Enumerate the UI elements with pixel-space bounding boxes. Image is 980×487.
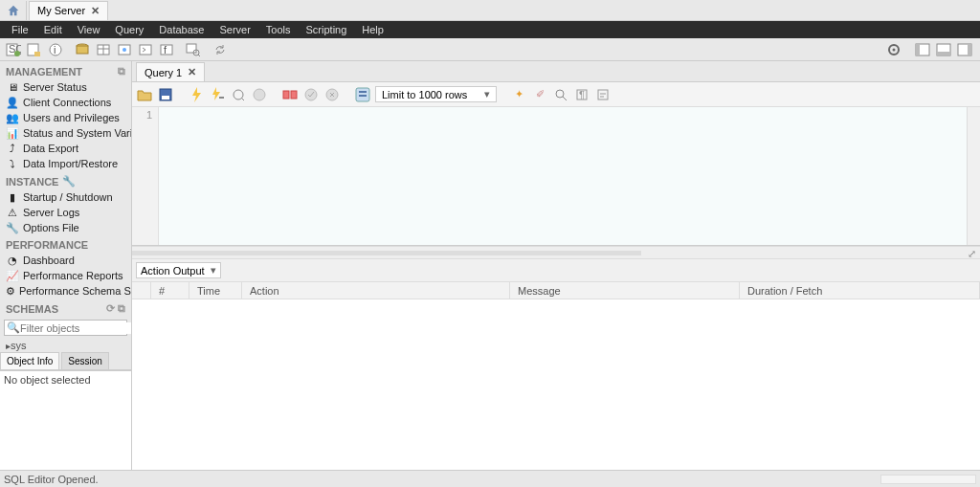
sidebar-item-dashboard[interactable]: ◔Dashboard bbox=[0, 253, 131, 268]
menu-server[interactable]: Server bbox=[212, 24, 257, 35]
query-tab[interactable]: Query 1 ✕ bbox=[136, 62, 205, 81]
rollback-button[interactable] bbox=[323, 86, 341, 103]
search-icon bbox=[554, 88, 568, 101]
search-table-icon bbox=[186, 42, 201, 57]
create-schema-button[interactable] bbox=[73, 41, 92, 58]
col-time[interactable]: Time bbox=[189, 282, 242, 299]
svg-rect-22 bbox=[916, 44, 920, 55]
svg-rect-26 bbox=[968, 44, 971, 55]
menu-view[interactable]: View bbox=[70, 24, 108, 35]
menu-database[interactable]: Database bbox=[151, 24, 212, 35]
sidebar-item-perf-reports[interactable]: 📈Performance Reports bbox=[0, 268, 131, 283]
schema-filter: 🔍 bbox=[4, 320, 127, 336]
connection-tab[interactable]: My Server ✕ bbox=[29, 1, 108, 20]
create-function-button[interactable]: f bbox=[157, 41, 176, 58]
execute-current-button[interactable] bbox=[209, 86, 226, 103]
collapse-icon[interactable]: ⧉ bbox=[118, 65, 125, 77]
vertical-scrollbar[interactable] bbox=[967, 107, 980, 245]
sidebar-item-label: Data Import/Restore bbox=[23, 158, 118, 169]
refresh-schemas-icon[interactable]: ⟳ ⧉ bbox=[106, 302, 125, 315]
panel-right-button[interactable] bbox=[955, 41, 974, 58]
create-table-button[interactable] bbox=[94, 41, 113, 58]
folder-sql-icon bbox=[27, 42, 42, 57]
sidebar-item-label: Status and System Variables bbox=[23, 127, 132, 139]
sidebar-item-data-export[interactable]: ⤴Data Export bbox=[0, 141, 131, 156]
menu-file[interactable]: File bbox=[4, 24, 36, 35]
svg-point-40 bbox=[556, 90, 564, 98]
new-sql-tab-button[interactable]: SQL bbox=[4, 41, 23, 58]
sql-editor[interactable]: 1 bbox=[132, 107, 980, 246]
sidebar-item-label: Performance Reports bbox=[23, 270, 123, 281]
inspector-button[interactable]: i bbox=[46, 41, 65, 58]
svg-point-32 bbox=[254, 89, 265, 100]
tab-object-info[interactable]: Object Info bbox=[0, 352, 59, 369]
sidebar-item-status-variables[interactable]: 📊Status and System Variables bbox=[0, 125, 131, 141]
sidebar-item-options-file[interactable]: 🔧Options File bbox=[0, 220, 131, 235]
stop-button[interactable] bbox=[251, 86, 268, 103]
col-duration[interactable]: Duration / Fetch bbox=[740, 282, 980, 299]
schema-tree-item[interactable]: ▸ sys bbox=[0, 339, 131, 352]
sidebar-item-label: Options File bbox=[23, 222, 79, 233]
sidebar-item-server-status[interactable]: 🖥Server Status bbox=[0, 79, 131, 95]
tab-session[interactable]: Session bbox=[61, 352, 109, 369]
open-script-button[interactable] bbox=[136, 86, 153, 103]
sidebar-item-users[interactable]: 👥Users and Privileges bbox=[0, 110, 131, 125]
menu-edit[interactable]: Edit bbox=[36, 24, 70, 35]
sidebar-item-server-logs[interactable]: ⚠Server Logs bbox=[0, 205, 131, 220]
horizontal-splitter[interactable]: ⤢ bbox=[132, 246, 980, 259]
col-index[interactable]: # bbox=[151, 282, 189, 299]
home-tab[interactable] bbox=[0, 1, 27, 20]
save-script-button[interactable] bbox=[157, 86, 174, 103]
execute-button[interactable] bbox=[188, 86, 205, 103]
toggle-invisible-button[interactable]: ¶ bbox=[573, 86, 590, 103]
beautify-button[interactable]: ✦ bbox=[510, 86, 527, 103]
find-button[interactable] bbox=[552, 86, 569, 103]
instance-title: INSTANCE bbox=[6, 176, 58, 188]
settings-button[interactable] bbox=[884, 41, 903, 58]
sidebar-item-label: Server Logs bbox=[23, 207, 79, 218]
menu-query[interactable]: Query bbox=[107, 24, 151, 35]
toggle-autocommit-button[interactable] bbox=[281, 86, 299, 103]
sidebar-item-client-connections[interactable]: 👤Client Connections bbox=[0, 95, 131, 110]
col-action[interactable]: Action bbox=[242, 282, 510, 299]
panel-bottom-button[interactable] bbox=[934, 41, 953, 58]
col-message[interactable]: Message bbox=[510, 282, 740, 299]
schema-filter-input[interactable] bbox=[20, 322, 132, 334]
search-table-button[interactable] bbox=[184, 41, 203, 58]
output-type-select[interactable]: Action Output ▾ bbox=[136, 262, 221, 278]
sidebar-item-perf-schema[interactable]: ⚙Performance Schema Setup bbox=[0, 283, 131, 299]
svg-rect-38 bbox=[359, 91, 367, 93]
sidebar-item-label: Users and Privileges bbox=[23, 112, 120, 123]
commit-button[interactable] bbox=[302, 86, 320, 103]
expand-icon[interactable]: ⤢ bbox=[968, 248, 976, 260]
open-sql-button[interactable] bbox=[25, 41, 44, 58]
editor-code-area[interactable] bbox=[159, 107, 980, 245]
explain-button[interactable] bbox=[230, 86, 247, 103]
progress-bar bbox=[880, 475, 976, 484]
function-icon: f bbox=[159, 42, 174, 57]
perf-schema-icon: ⚙ bbox=[6, 284, 15, 298]
menu-scripting[interactable]: Scripting bbox=[299, 24, 355, 35]
object-info-text: No object selected bbox=[4, 374, 91, 386]
sidebar-item-label: Performance Schema Setup bbox=[19, 285, 132, 297]
panel-left-button[interactable] bbox=[913, 41, 932, 58]
svg-rect-7 bbox=[77, 46, 88, 54]
rollback-icon bbox=[325, 88, 339, 101]
management-title: MANAGEMENT bbox=[6, 66, 82, 77]
create-procedure-button[interactable] bbox=[136, 41, 155, 58]
row-limit-select[interactable]: Limit to 1000 rows ▾ bbox=[375, 86, 497, 102]
reconnect-button[interactable] bbox=[211, 41, 230, 58]
wrap-button[interactable] bbox=[594, 86, 612, 103]
menu-tools[interactable]: Tools bbox=[258, 24, 299, 35]
toggle-limit-button[interactable] bbox=[354, 86, 371, 103]
beautify2-button[interactable]: ✐ bbox=[531, 86, 548, 103]
sidebar-item-startup[interactable]: ▮Startup / Shutdown bbox=[0, 189, 131, 205]
create-view-button[interactable] bbox=[115, 41, 134, 58]
close-icon[interactable]: ✕ bbox=[91, 5, 100, 17]
sidebar-item-data-import[interactable]: ⤵Data Import/Restore bbox=[0, 156, 131, 171]
query-toolbar: Limit to 1000 rows ▾ ✦ ✐ ¶ bbox=[132, 82, 980, 107]
menu-help[interactable]: Help bbox=[354, 24, 391, 35]
close-icon[interactable]: ✕ bbox=[188, 66, 196, 78]
sidebar-item-label: Dashboard bbox=[23, 255, 75, 266]
svg-point-12 bbox=[122, 48, 126, 52]
